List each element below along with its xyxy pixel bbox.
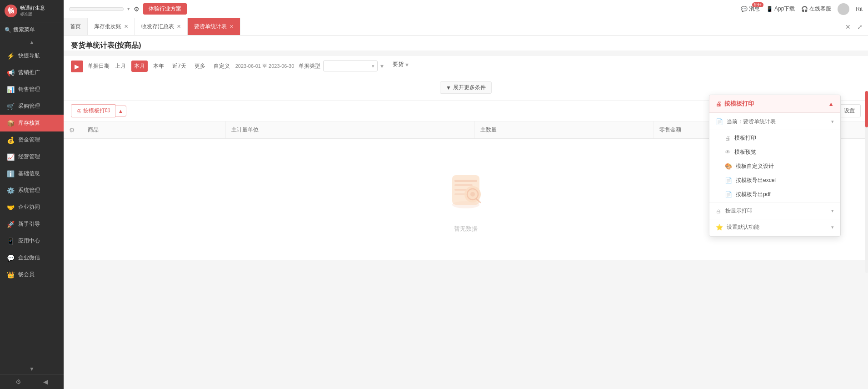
sidebar-item-basic[interactable]: ℹ️ 基础信息: [0, 165, 64, 182]
tab-close-receivables-summary[interactable]: ✕: [177, 24, 181, 30]
set-default-section[interactable]: ⭐ 设置默认功能 ▾: [709, 220, 840, 234]
template-print-item[interactable]: 🖨 模板打印: [709, 131, 840, 145]
sidebar-item-collab[interactable]: 🤝 企业协同: [0, 199, 64, 216]
display-print-icon: 🖨: [716, 207, 722, 214]
sidebar-settings-btn[interactable]: ⚙: [15, 378, 21, 385]
template-design-item[interactable]: 🎨 模板自定义设计: [709, 159, 840, 173]
sidebar-item-sales[interactable]: 📊 销售管理: [0, 81, 64, 98]
sidebar-scroll-up[interactable]: ▲: [0, 37, 64, 47]
sidebar-item-marketing[interactable]: 📢 营销推广: [0, 64, 64, 81]
sidebar-item-guide[interactable]: 🚀 新手引导: [0, 216, 64, 232]
sidebar-item-finance[interactable]: 💰 资金管理: [0, 131, 64, 148]
app-logo-icon: 畅: [5, 5, 17, 17]
filter-bar: ▶ 单据日期 上月 本月 本年 近7天 更多 自定义 2023-06-01 至 …: [64, 56, 868, 101]
template-export-excel-item[interactable]: 📄 按模板导出excel: [709, 173, 840, 187]
tab-maximize-btn[interactable]: ⤢: [855, 22, 864, 31]
print-dropdown-arrow-btn[interactable]: ▲: [115, 106, 126, 116]
sidebar-item-apps[interactable]: 📱 应用中心: [0, 232, 64, 249]
page-content: 要货单统计表(按商品) ▶ 单据日期 上月 本月 本年 近7天 更多 自定义 2…: [64, 35, 868, 389]
tab-batch-inventory[interactable]: 库存批次账 ✕: [88, 18, 135, 35]
date-btn-custom[interactable]: 自定义: [211, 61, 233, 72]
message-btn[interactable]: 💬 消息 99+: [741, 5, 760, 13]
yaohuodan-dropdown[interactable]: ▾: [405, 61, 409, 68]
tabbar: 首页 库存批次账 ✕ 收发存汇总表 ✕ 要货单统计表 ✕ ✕ ⤢: [64, 18, 868, 35]
trial-btn[interactable]: 体验行业方案: [143, 3, 187, 15]
sidebar-nav: ⚡ 快捷导航 📢 营销推广 📊 销售管理 🛒 采购管理 📦 库存核算 💰 资金管…: [0, 47, 64, 364]
tab-order-stats[interactable]: 要货单统计表 ✕: [188, 18, 240, 35]
username-label: Rit: [856, 6, 863, 12]
marketing-icon: 📢: [6, 69, 15, 76]
table-settings-icon[interactable]: ⚙: [69, 126, 75, 134]
expand-icon: ▼: [446, 85, 451, 91]
date-btn-7days[interactable]: 近7天: [170, 61, 189, 72]
current-template-arrow: ▾: [831, 119, 834, 125]
headset-icon: 🎧: [801, 6, 808, 12]
tab-receivables-summary[interactable]: 收发存汇总表 ✕: [135, 18, 188, 35]
user-avatar[interactable]: [838, 3, 849, 15]
sidebar-collapse-btn[interactable]: ◀: [43, 378, 48, 385]
date-btn-more[interactable]: 更多: [192, 61, 208, 72]
printer-icon: 🖨: [76, 108, 81, 114]
topbar-settings-icon[interactable]: ⚙: [134, 5, 140, 13]
right-scrollbar-thumb[interactable]: [865, 91, 868, 127]
sidebar-item-wechat[interactable]: 💬 企业微信: [0, 249, 64, 266]
svg-rect-2: [454, 180, 477, 182]
basic-icon: ℹ️: [6, 170, 15, 177]
empty-illustration: [443, 166, 489, 221]
tab-home[interactable]: 首页: [64, 18, 88, 35]
topbar-chevron-icon[interactable]: ▾: [127, 6, 130, 12]
sidebar-item-system[interactable]: ⚙️ 系统管理: [0, 182, 64, 199]
sidebar-item-operations[interactable]: 📈 经营管理: [0, 148, 64, 165]
topbar-right: 💬 消息 99+ 📱 App下载 🎧 在线客服 Rit: [741, 3, 863, 15]
svg-point-9: [470, 192, 475, 197]
message-icon: 💬: [741, 6, 748, 12]
finance-icon: 💰: [6, 136, 15, 144]
tab-close-order-stats[interactable]: ✕: [229, 24, 234, 30]
apps-icon: 📱: [6, 237, 15, 245]
export-pdf-icon: 📄: [725, 191, 732, 198]
tab-close-batch-inventory[interactable]: ✕: [124, 24, 128, 30]
date-btn-this-month[interactable]: 本月: [131, 61, 148, 72]
tabbar-right: ✕ ⤢: [840, 18, 868, 35]
sidebar-item-purchase[interactable]: 🛒 采购管理: [0, 98, 64, 115]
topbar-search-input[interactable]: [69, 7, 124, 11]
current-template-section[interactable]: 📄 当前：要货单统计表 ▾: [709, 115, 840, 129]
svg-rect-3: [454, 184, 473, 186]
app-download-btn[interactable]: 📱 App下载: [766, 5, 795, 13]
print-dropdown-body: 📄 当前：要货单统计表 ▾ 🖨 模板打印 👁 模板预览: [709, 113, 840, 236]
yaohuodan-label: 要货: [393, 61, 404, 68]
app-download-icon: 📱: [766, 6, 773, 12]
table-col-unit: 主计量单位: [225, 121, 475, 139]
print-dropdown-collapse-btn[interactable]: ▲: [828, 101, 834, 107]
current-template-icon: 📄: [716, 118, 723, 125]
sidebar-scroll-down[interactable]: ▼: [0, 364, 64, 374]
right-scrollbar-track: [865, 91, 868, 273]
main-area: ▾ ⚙ 体验行业方案 💬 消息 99+ 📱 App下载 🎧 在线客服 Rit 首…: [64, 0, 868, 389]
yaohuodan-filter-group: 要货 ▾: [393, 61, 409, 68]
settings-btn[interactable]: 设置: [838, 104, 861, 117]
date-range-text: 2023-06-01 至 2023-06-30: [235, 63, 294, 70]
filter-toggle-btn[interactable]: ▶: [71, 61, 83, 72]
print-btn[interactable]: 🖨 按模板打印: [71, 104, 115, 117]
app-logo-text: 畅通好生意 标准版: [20, 5, 45, 17]
date-btn-this-year[interactable]: 本年: [150, 61, 167, 72]
type-select[interactable]: [323, 61, 378, 71]
sidebar-item-inventory[interactable]: 📦 库存核算: [0, 115, 64, 131]
date-btn-last-month[interactable]: 上月: [112, 61, 129, 72]
print-dropdown-header: 🖨 按模板打印 ▲: [709, 95, 840, 113]
template-preview-item[interactable]: 👁 模板预览: [709, 145, 840, 159]
display-print-section[interactable]: 🖨 按显示打印 ▾: [709, 204, 840, 218]
type-select-arrow[interactable]: ▾: [380, 62, 384, 70]
tab-close-all-btn[interactable]: ✕: [843, 22, 853, 31]
sidebar-item-vip[interactable]: 👑 畅会员: [0, 266, 64, 283]
sidebar-search[interactable]: 🔍 搜索菜单: [0, 22, 64, 37]
online-service-btn[interactable]: 🎧 在线客服: [801, 5, 831, 13]
template-preview-icon: 👁: [725, 149, 731, 156]
expand-more-btn[interactable]: ▼ 展开更多条件: [440, 81, 492, 94]
printer-header-icon: 🖨: [716, 101, 722, 107]
date-label: 单据日期: [88, 62, 110, 70]
table-col-qty: 主数量: [475, 121, 654, 139]
page-title: 要货单统计表(按商品): [71, 41, 861, 51]
template-export-pdf-item[interactable]: 📄 按模板导出pdf: [709, 187, 840, 202]
sidebar-item-quick-nav[interactable]: ⚡ 快捷导航: [0, 47, 64, 64]
